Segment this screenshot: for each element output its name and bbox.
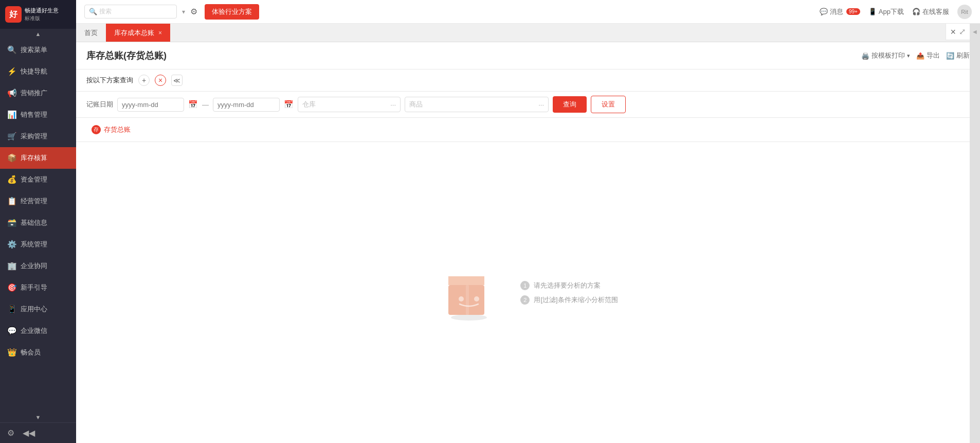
sidebar-item-label-search: 搜索菜单: [21, 45, 47, 55]
app-download-label: App下载: [879, 7, 904, 16]
page-content: 库存总账(存货总账) 🖨️ 按模板打印 ▾ 📤 导出 🔄 刷新 按以下方案: [76, 42, 980, 443]
industry-button[interactable]: 体验行业方案: [205, 4, 259, 20]
date-end-input[interactable]: [213, 98, 280, 112]
message-icon: 💬: [820, 8, 828, 15]
calendar-start-icon[interactable]: 📅: [188, 100, 198, 109]
sidebar-scroll-down[interactable]: ▼: [0, 412, 76, 422]
refresh-icon: 🔄: [946, 52, 954, 60]
goods-placeholder: 商品: [409, 100, 423, 109]
goods-more-icon[interactable]: ···: [538, 101, 544, 109]
close-panel: × ⤢: [946, 24, 970, 40]
hint-text-2: 用[过滤]条件来缩小分析范围: [534, 295, 618, 305]
export-button[interactable]: 📤 导出: [916, 51, 940, 60]
query-button[interactable]: 查询: [553, 96, 587, 113]
sidebar-item-label-operations: 经营管理: [21, 197, 47, 206]
print-button[interactable]: 🖨️ 按模板打印 ▾: [861, 51, 910, 60]
svg-point-0: [451, 314, 487, 321]
tab-close-icon[interactable]: ×: [158, 29, 162, 37]
finance-icon: 💰: [7, 175, 16, 184]
sidebar-settings-icon[interactable]: ⚙: [7, 428, 14, 438]
sidebar-item-enterprise[interactable]: 🏢 企业协同: [0, 255, 76, 277]
sidebar-item-beginner[interactable]: 🎯 新手引导: [0, 277, 76, 298]
refresh-label: 刷新: [956, 51, 970, 60]
sidebar-item-app-center[interactable]: 📱 应用中心: [0, 298, 76, 320]
settings-button[interactable]: 设置: [591, 96, 626, 113]
warehouse-select[interactable]: 仓库 ···: [298, 97, 401, 112]
online-service-label: 在线客服: [922, 7, 949, 16]
message-action[interactable]: 💬 消息 99+: [820, 7, 860, 16]
header-chevron-icon[interactable]: ▾: [182, 8, 185, 15]
tab-home[interactable]: 首页: [76, 24, 106, 42]
basic-info-icon: 🗃️: [7, 218, 16, 227]
sidebar: 好 畅捷通好生意 标准版 ▲ 🔍 搜索菜单 ⚡ 快捷导航 📢 营销推广 📊 销售…: [0, 0, 76, 443]
sidebar-item-purchase[interactable]: 🛒 采购管理: [0, 126, 76, 147]
tab-inventory-ledger[interactable]: 库存成本总账 ×: [106, 24, 170, 42]
sidebar-scroll-up[interactable]: ▲: [0, 29, 76, 39]
header-gear-icon[interactable]: ⚙: [190, 7, 197, 16]
sidebar-item-marketing[interactable]: 📢 营销推广: [0, 82, 76, 104]
headset-icon: 🎧: [912, 8, 920, 15]
sidebar-item-finance[interactable]: 💰 资金管理: [0, 169, 76, 190]
user-avatar[interactable]: Rit: [957, 5, 972, 19]
calendar-end-icon[interactable]: 📅: [284, 100, 294, 109]
sidebar-menu: 🔍 搜索菜单 ⚡ 快捷导航 📢 营销推广 📊 销售管理 🛒 采购管理 📦 库存核…: [0, 39, 76, 412]
quick-nav-icon: ⚡: [7, 67, 16, 76]
expand-panel-icon[interactable]: ⤢: [959, 27, 966, 37]
filter-row: 记账日期 📅 — 📅 仓库 ··· 商品 ··· 查询 设置: [76, 92, 980, 118]
phone-icon: 📱: [868, 8, 877, 15]
sidebar-item-label-system: 系统管理: [21, 240, 47, 249]
inventory-icon: 📦: [7, 153, 16, 163]
tab-home-label: 首页: [84, 28, 98, 38]
filter-collapse-button[interactable]: ≪: [171, 75, 183, 86]
message-label: 消息: [830, 7, 843, 16]
warehouse-more-icon[interactable]: ···: [390, 101, 396, 109]
app-download-action[interactable]: 📱 App下载: [868, 7, 904, 16]
print-label: 按模板打印: [872, 51, 905, 60]
marketing-icon: 📢: [7, 88, 16, 98]
svg-rect-5: [466, 285, 469, 315]
right-edge-handle[interactable]: ◀: [973, 29, 977, 34]
empty-hint-2: 2 用[过滤]条件来缩小分析范围: [520, 295, 618, 305]
wechat-icon: 💬: [7, 326, 16, 335]
sidebar-item-label-wechat: 企业微信: [21, 326, 47, 335]
sidebar-item-wechat[interactable]: 💬 企业微信: [0, 320, 76, 342]
header-search-box[interactable]: 🔍 搜索: [84, 5, 177, 19]
sidebar-item-label-marketing: 营销推广: [21, 88, 47, 98]
sidebar-item-quick-nav[interactable]: ⚡ 快捷导航: [0, 61, 76, 82]
sidebar-item-basic-info[interactable]: 🗃️ 基础信息: [0, 212, 76, 234]
online-service-action[interactable]: 🎧 在线客服: [912, 7, 949, 16]
sidebar-item-label-sales: 销售管理: [21, 110, 47, 119]
filter-remove-button[interactable]: ×: [155, 75, 166, 86]
date-start-input[interactable]: [117, 98, 184, 112]
date-dash: —: [202, 101, 209, 109]
main-area: 🔍 搜索 ▾ ⚙ 体验行业方案 💬 消息 99+ 📱 App下载 🎧 在线客服 …: [76, 0, 980, 443]
filter-add-button[interactable]: +: [138, 75, 150, 86]
sidebar-item-operations[interactable]: 📋 经营管理: [0, 190, 76, 212]
goods-select[interactable]: 商品 ···: [405, 97, 549, 112]
sidebar-item-label-beginner: 新手引导: [21, 283, 47, 292]
scheme-item-inventory-ledger[interactable]: 存 存货总账: [86, 122, 136, 137]
sidebar-item-member[interactable]: 👑 畅会员: [0, 342, 76, 363]
sidebar-item-search[interactable]: 🔍 搜索菜单: [0, 39, 76, 61]
logo-badge: 标准版: [25, 15, 59, 22]
empty-hints: 1 请先选择要分析的方案 2 用[过滤]条件来缩小分析范围: [520, 281, 618, 305]
export-icon: 📤: [916, 52, 924, 60]
beginner-icon: 🎯: [7, 283, 16, 292]
sales-icon: 📊: [7, 110, 16, 119]
search-placeholder: 搜索: [99, 7, 112, 16]
scheme-panel: 存 存货总账: [76, 118, 980, 142]
refresh-button[interactable]: 🔄 刷新: [946, 51, 970, 60]
sidebar-fold-icon[interactable]: ◀◀: [23, 428, 35, 438]
date-field-label: 记账日期: [86, 100, 113, 109]
filter-bar: 按以下方案查询 + × ≪: [76, 69, 980, 92]
member-icon: 👑: [7, 348, 16, 357]
export-label: 导出: [927, 51, 940, 60]
purchase-icon: 🛒: [7, 132, 16, 141]
sidebar-item-system[interactable]: ⚙️ 系统管理: [0, 234, 76, 255]
sidebar-item-inventory[interactable]: 📦 库存核算: [0, 147, 76, 169]
empty-box-svg: [438, 262, 500, 324]
sidebar-item-sales[interactable]: 📊 销售管理: [0, 104, 76, 126]
search-icon: 🔍: [89, 8, 97, 15]
close-panel-button[interactable]: ×: [950, 27, 956, 37]
system-icon: ⚙️: [7, 240, 16, 249]
